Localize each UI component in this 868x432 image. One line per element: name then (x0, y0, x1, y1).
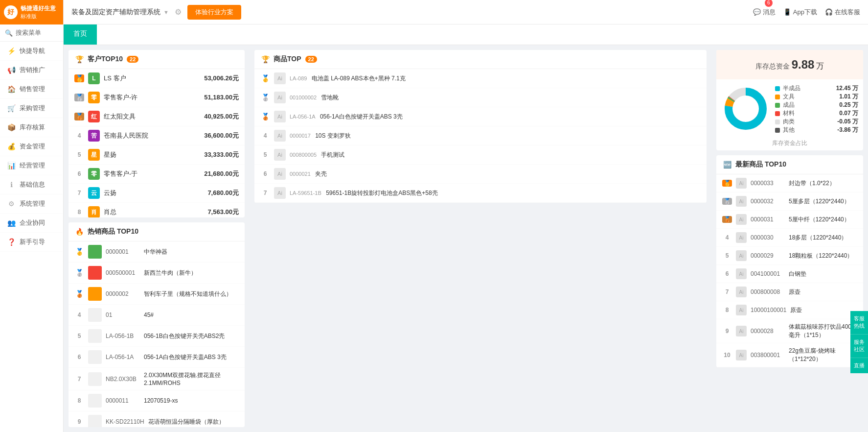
product-code: NB2.0X30B (106, 376, 140, 383)
product-code: 0000033 (751, 180, 785, 187)
product-icon: Ai (274, 130, 286, 142)
sidebar-nav-item[interactable]: ❓新手引导 (0, 233, 63, 252)
legend-item: 其他 -3.86 万 (775, 126, 858, 134)
rank-number: 4 (722, 234, 732, 241)
customer-amount: 40,925.00元 (204, 112, 239, 121)
product-icon: Ai (736, 268, 747, 279)
message-icon: 💬 (753, 8, 761, 16)
product-icon: Ai (736, 287, 747, 297)
top-selling-card: 🏆 商品TOP 22 🥇 Ai LA-089 电池盖 LA-089 ABS本色+… (254, 50, 707, 203)
product-icon: Ai (274, 168, 286, 180)
product-code: LA-056-1A (106, 354, 140, 360)
message-button[interactable]: 💬 消息 6 (753, 8, 776, 17)
trial-button[interactable]: 体验行业方案 (187, 5, 241, 20)
legend-value: 12.45 万 (836, 84, 858, 93)
sidebar-nav-item[interactable]: 🛒采购管理 (0, 99, 63, 118)
product-image-placeholder (88, 372, 102, 386)
product-icon: Ai (736, 350, 747, 360)
hot-product-row: 🥇 0000001 中华神器 (69, 241, 245, 263)
product-code: 0000001 (106, 248, 140, 255)
sidebar-nav-item[interactable]: ℹ基础信息 (0, 175, 63, 194)
mid-product-row: 4 Ai 0000017 10S 变刺罗狄 (254, 126, 707, 145)
legend-name: 成品 (783, 101, 836, 109)
product-code: 000800008 (751, 288, 785, 295)
product-code: LA-089 (290, 75, 307, 81)
legend-item: 半成品 12.45 万 (775, 84, 858, 93)
nav-icon: 🛒 (7, 104, 16, 113)
float-live-btn[interactable]: 直播 (850, 358, 868, 373)
sidebar-nav-item[interactable]: 📢营销推广 (0, 61, 63, 80)
sidebar-nav-item[interactable]: 🏠销售管理 (0, 80, 63, 99)
inventory-donut-chart (721, 84, 770, 133)
mid-product-row: 🥇 Ai LA-089 电池盖 LA-089 ABS本色+黑种 7.1克 (254, 69, 707, 88)
content-area: 🏆 客户TOP10 22 🥇 L LS 客户 53,006.26元 🥈 零 零售… (64, 45, 868, 432)
main-wrapper: 装备及固定资产辅助管理系统 ▼ ⚙ 体验行业方案 💬 消息 6 📱 App下载 … (64, 0, 868, 432)
product-name: 原壶 (790, 306, 857, 314)
rank-number: 🥉 (74, 290, 84, 298)
search-menu-item[interactable]: 🔍 搜索菜单 (0, 24, 63, 42)
product-icon: Ai (736, 305, 747, 315)
left-panel: 🏆 客户TOP10 22 🥇 L LS 客户 53,006.26元 🥈 零 零售… (64, 45, 250, 432)
customer-row: 7 云 云扬 7,680.00元 (69, 184, 245, 203)
legend-color-dot (775, 128, 780, 133)
customer-row: 🥇 L LS 客户 53,006.26元 (69, 69, 245, 88)
product-name: 5厘中纤（1220*2440） (789, 216, 857, 224)
product-name: 智利车子里（规格不知道填什么） (144, 290, 239, 298)
hot-product-row: 8 0000011 12070519-xs (69, 390, 245, 411)
online-service-button[interactable]: 🎧 在线客服 (825, 8, 860, 17)
rank-number: 7 (722, 288, 732, 295)
customer-top10-badge: 22 (127, 56, 138, 63)
tab-home[interactable]: 首页 (64, 24, 97, 45)
sidebar-nav-item[interactable]: 📊经营管理 (0, 156, 63, 175)
legend-color-dot (775, 103, 780, 108)
customer-name: 肖总 (104, 208, 204, 216)
customer-row: 6 零 零售客户-于 21,680.00元 (69, 165, 245, 184)
sidebar-nav-item[interactable]: ⚙系统管理 (0, 194, 63, 214)
sidebar-nav-item[interactable]: ⚡快捷导航 (0, 42, 63, 61)
product-code: LA-59651-1B (290, 190, 321, 196)
product-name: 056-1A白色按键开关盖ABS 3壳 (320, 113, 403, 120)
customer-name: 红太阳文具 (104, 112, 200, 121)
latest-product-row: 4 Ai 0000030 18多层（1220*2440） (716, 229, 863, 247)
legend-color-dot (775, 86, 780, 91)
customer-avatar: 云 (88, 187, 100, 199)
customer-row: 4 苦 苍南县人民医院 36,600.00元 (69, 126, 245, 145)
nav-icon: 📊 (7, 161, 16, 170)
app-download-button[interactable]: 📱 App下载 (783, 8, 817, 17)
legend-item: 成品 0.25 万 (775, 101, 858, 109)
latest-product-row: 10 Ai 003800001 22g鱼豆腐-烧烤味（1*12*20） (716, 343, 863, 367)
product-name: 雪地靴 (321, 94, 339, 101)
product-code: 000800005 (290, 152, 317, 158)
inventory-caption: 库存资金占比 (716, 139, 863, 150)
float-service-btn[interactable]: 客服热线 (850, 311, 868, 335)
rank-number: 4 (74, 312, 84, 318)
sidebar-nav-item[interactable]: 👥企业协同 (0, 214, 63, 233)
mid-panel: 🏆 商品TOP 22 🥇 Ai LA-089 电池盖 LA-089 ABS本色+… (250, 45, 711, 432)
nav-icon: ❓ (7, 238, 16, 246)
latest-products-list: 🥇 Ai 0000033 封边带（1.0*22） 🥈 Ai 0000032 5厘… (716, 174, 863, 367)
inventory-total-section: 库存总资金 9.88 万 (716, 50, 863, 79)
search-icon: 🔍 (5, 29, 13, 37)
rank-number: 🥉 (260, 113, 270, 120)
hot-product-row: 5 LA-056-1B 056-1B白色按键开关壳ABS2壳 (69, 326, 245, 347)
rank-number: 🥉 (722, 216, 732, 223)
float-community-btn[interactable]: 服务社区 (850, 335, 868, 358)
rank-number: 5 (74, 151, 84, 158)
customer-amount: 51,183.00元 (204, 93, 239, 102)
nav-icon: 👥 (7, 218, 16, 227)
customer-avatar: 零 (88, 168, 100, 180)
topbar: 装备及固定资产辅助管理系统 ▼ ⚙ 体验行业方案 💬 消息 6 📱 App下载 … (64, 0, 868, 24)
rank-number: 4 (260, 132, 270, 139)
product-code: 0000002 (106, 290, 140, 297)
gear-icon[interactable]: ⚙ (175, 7, 182, 17)
sidebar-nav-item[interactable]: 📦库存核算 (0, 118, 63, 137)
product-code: 000500001 (106, 269, 140, 276)
nav-icon: 🏠 (7, 85, 16, 94)
top-selling-list: 🥇 Ai LA-089 电池盖 LA-089 ABS本色+黑种 7.1克 🥈 A… (254, 69, 707, 203)
top-selling-title: 🏆 商品TOP 22 (254, 50, 707, 69)
product-icon: Ai (274, 187, 286, 199)
customer-name: 零售客户-许 (104, 93, 200, 102)
legend-value: -0.05 万 (837, 118, 858, 126)
sidebar-nav-item[interactable]: 💰资金管理 (0, 137, 63, 156)
product-image-placeholder (88, 350, 102, 364)
